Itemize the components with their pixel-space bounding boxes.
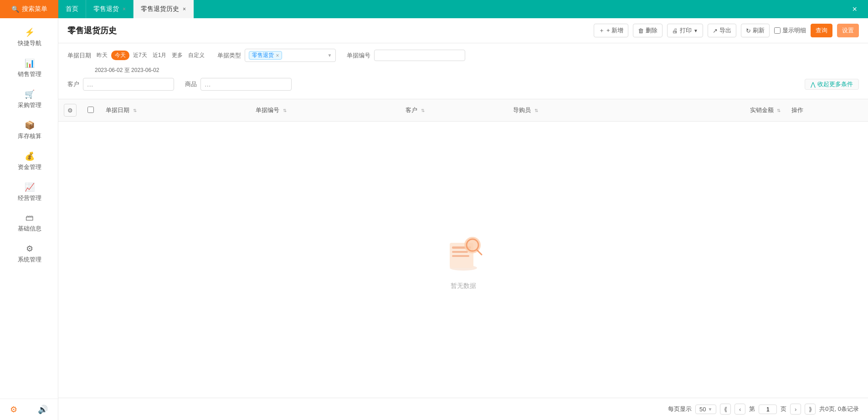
sidebar-item-finance-label: 资金管理 xyxy=(18,163,41,171)
filter-type-label: 单据类型 xyxy=(217,51,241,60)
filter-type-tag: 零售退货 × xyxy=(249,51,282,60)
tab-home[interactable]: 首页 xyxy=(58,0,86,18)
quick-nav-icon: ⚡ xyxy=(25,27,35,37)
customer-dots: ... xyxy=(87,80,93,88)
filter-type-select[interactable]: 零售退货 × ▼ xyxy=(245,49,336,62)
table-settings-button[interactable]: ⚙ xyxy=(64,104,77,117)
date-btn-today[interactable]: 今天 xyxy=(111,51,129,60)
date-btn-more[interactable]: 更多 xyxy=(170,51,185,60)
page-label: 第 xyxy=(749,405,755,413)
page-number-input[interactable] xyxy=(759,405,777,414)
new-label: + 新增 xyxy=(606,26,623,35)
sidebar-item-management-label: 经营管理 xyxy=(18,194,41,202)
th-date: 单据日期 ⇅ xyxy=(100,99,250,122)
filter-type-tag-text: 零售退货 xyxy=(252,51,274,59)
th-action: 操作 xyxy=(786,99,868,122)
delete-icon: 🗑 xyxy=(638,27,644,34)
th-number: 单据编号 ⇅ xyxy=(250,99,400,122)
collapse-label: 收起更多条件 xyxy=(817,80,853,88)
date-btn-1month[interactable]: 近1月 xyxy=(151,51,169,60)
filter-date-group: 昨天 今天 近7天 近1月 更多 自定义 xyxy=(95,51,206,60)
tab-retail-return-label: 零售退货 xyxy=(93,5,119,13)
inventory-icon: 📦 xyxy=(25,120,35,130)
empty-state: 暂无数据 xyxy=(58,122,868,398)
sidebar-settings-button[interactable]: ⚙ xyxy=(10,405,17,415)
sidebar-volume-button[interactable]: 🔊 xyxy=(38,405,48,415)
date-btn-custom[interactable]: 自定义 xyxy=(186,51,206,60)
per-page-chevron-icon: ▼ xyxy=(708,407,712,412)
sidebar-item-finance[interactable]: 💰 资金管理 xyxy=(0,146,58,177)
topbar-right: × xyxy=(848,5,868,14)
th-customer-sort[interactable]: ⇅ xyxy=(421,108,425,113)
first-page-button[interactable]: ⟪ xyxy=(720,404,731,415)
tab-retail-return-history[interactable]: 零售退货历史 × xyxy=(134,0,194,18)
delete-button[interactable]: 🗑 删除 xyxy=(633,24,663,37)
sidebar-item-inventory[interactable]: 📦 库存核算 xyxy=(0,115,58,146)
th-date-sort[interactable]: ⇅ xyxy=(133,108,137,113)
export-label: 导出 xyxy=(719,26,731,35)
filter-number-item: 单据编号 xyxy=(347,50,465,61)
refresh-button[interactable]: ↻ 刷新 xyxy=(741,24,770,37)
print-icon: 🖨 xyxy=(672,27,678,34)
per-page-select[interactable]: 50 ▼ xyxy=(695,405,716,414)
page-title: 零售退货历史 xyxy=(67,25,117,36)
search-menu-button[interactable]: 🔍 搜索菜单 xyxy=(0,0,58,18)
sidebar-item-management[interactable]: 📈 经营管理 xyxy=(0,177,58,208)
filter-goods-input[interactable]: ... xyxy=(200,78,292,91)
sidebar-item-basic-info[interactable]: 🗃 基础信息 xyxy=(0,208,58,238)
sidebar: ⚡ 快捷导航 📊 销售管理 🛒 采购管理 📦 库存核算 💰 资金管理 📈 经营管… xyxy=(0,18,58,420)
tab-retail-return[interactable]: 零售退货 × xyxy=(86,0,134,18)
svg-rect-3 xyxy=(452,251,468,253)
export-button[interactable]: ↗ 导出 xyxy=(708,24,736,37)
th-amount-sort[interactable]: ⇅ xyxy=(777,108,781,113)
per-page-label: 每页显示 xyxy=(668,405,692,413)
filter-customer-label: 客户 xyxy=(67,80,79,88)
sidebar-item-purchase-label: 采购管理 xyxy=(18,101,41,109)
filter-row-1: 单据日期 昨天 今天 近7天 近1月 更多 自定义 单据类型 xyxy=(67,49,859,62)
th-date-label: 单据日期 xyxy=(106,107,129,113)
select-all-checkbox[interactable] xyxy=(87,107,94,113)
sidebar-item-quick-nav-label: 快捷导航 xyxy=(18,39,41,47)
new-button[interactable]: ＋ + 新增 xyxy=(594,24,628,37)
empty-icon xyxy=(441,229,486,275)
sidebar-item-quick-nav[interactable]: ⚡ 快捷导航 xyxy=(0,22,58,53)
filter-goods-label: 商品 xyxy=(185,80,197,88)
new-icon: ＋ xyxy=(599,26,605,35)
last-page-button[interactable]: ⟫ xyxy=(805,404,816,415)
print-button[interactable]: 🖨 打印 ▼ xyxy=(667,24,703,37)
filter-number-input[interactable] xyxy=(374,50,465,61)
sales-icon: 📊 xyxy=(25,58,35,68)
sidebar-item-sales[interactable]: 📊 销售管理 xyxy=(0,53,58,84)
show-detail-checkbox[interactable] xyxy=(774,27,781,34)
filter-customer-input[interactable]: ... xyxy=(83,78,174,91)
th-guide-sort[interactable]: ⇅ xyxy=(534,108,538,113)
collapse-button[interactable]: ⋀ 收起更多条件 xyxy=(805,79,859,90)
refresh-label: 刷新 xyxy=(753,26,765,35)
print-chevron-icon: ▼ xyxy=(693,28,698,33)
window-close-button[interactable]: × xyxy=(848,5,861,14)
query-button[interactable]: 查询 xyxy=(811,24,832,37)
th-amount: 实销金额 ⇅ xyxy=(636,99,786,122)
settings-button[interactable]: 设置 xyxy=(837,24,859,37)
per-page-value: 50 xyxy=(699,406,706,413)
date-btn-7days[interactable]: 近7天 xyxy=(131,51,149,60)
filter-type-tag-close[interactable]: × xyxy=(276,52,279,59)
finance-icon: 💰 xyxy=(25,151,35,161)
query-label: 查询 xyxy=(816,26,827,35)
total-records: 共0页, 0条记录 xyxy=(819,405,859,413)
tab-retail-return-close[interactable]: × xyxy=(123,6,126,12)
sidebar-item-system[interactable]: ⚙ 系统管理 xyxy=(0,238,58,269)
th-guide-label: 导购员 xyxy=(513,107,531,113)
svg-line-7 xyxy=(477,250,482,255)
table-header-row: ⚙ 单据日期 ⇅ 单据编号 ⇅ xyxy=(58,99,868,122)
next-page-button[interactable]: › xyxy=(790,404,801,415)
th-number-sort[interactable]: ⇅ xyxy=(283,108,287,113)
date-btn-yesterday[interactable]: 昨天 xyxy=(95,51,109,60)
tab-retail-return-history-close[interactable]: × xyxy=(183,6,186,12)
prev-page-button[interactable]: ‹ xyxy=(734,404,745,415)
th-number-label: 单据编号 xyxy=(256,107,279,113)
sidebar-item-purchase[interactable]: 🛒 采购管理 xyxy=(0,84,58,115)
empty-text: 暂无数据 xyxy=(451,282,476,290)
sidebar-bottom: ⚙ 🔊 xyxy=(0,399,58,420)
show-detail-label: 显示明细 xyxy=(782,26,806,35)
